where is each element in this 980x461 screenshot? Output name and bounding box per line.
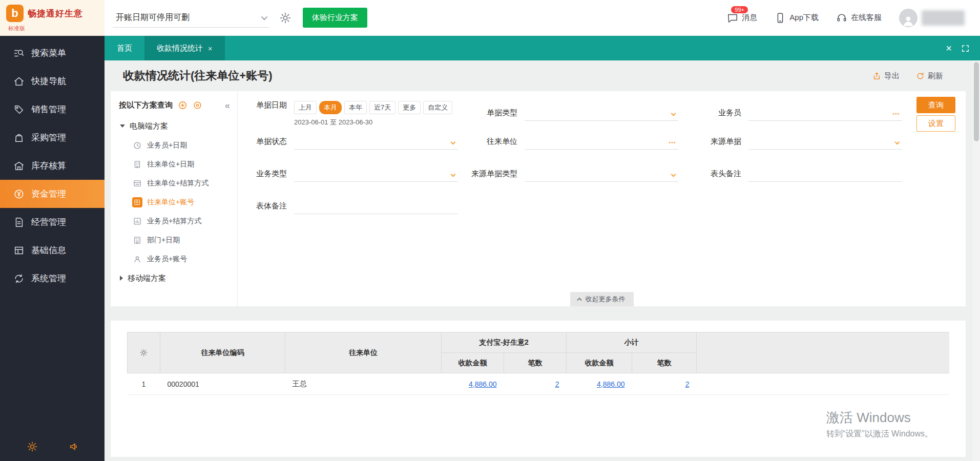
column-header-count[interactable]: 笔数 — [504, 353, 567, 373]
sidebar-item-label: 资金管理 — [31, 188, 66, 200]
brand-name: 畅捷通好生意 — [28, 8, 83, 19]
tree-group-mobile[interactable]: 移动端方案 — [111, 268, 237, 288]
phone-icon — [775, 12, 786, 24]
volume-icon[interactable] — [69, 441, 80, 454]
clock-icon — [132, 140, 142, 151]
scheme-item-salesman-date[interactable]: 业务员+日期 — [111, 136, 237, 155]
message-icon — [727, 12, 738, 24]
scheme-item-department-date[interactable]: 部门+日期 — [111, 230, 237, 249]
scheme-tree: 电脑端方案 业务员+日期 往来单位+日期 往来单位+结算方式 — [111, 116, 237, 288]
settings-button[interactable]: 设置 — [916, 115, 955, 132]
date-option-last7days[interactable]: 近7天 — [369, 101, 395, 114]
sidebar-footer — [0, 434, 105, 461]
sidebar-item-sales[interactable]: 销售管理 — [0, 95, 105, 123]
app-download-link[interactable]: App下载 — [775, 12, 819, 24]
settings-gear-icon[interactable] — [27, 441, 38, 454]
amount-link[interactable]: 4,886.00 — [597, 380, 625, 388]
online-service-link[interactable]: 在线客服 — [836, 12, 882, 24]
partner-picker[interactable]: ⋯ — [525, 134, 678, 150]
date-option-this-month[interactable]: 本月 — [319, 101, 342, 114]
sidebar-item-operations[interactable]: 经营管理 — [0, 208, 105, 236]
collapse-filters-button[interactable]: 收起更多条件 — [570, 292, 634, 306]
brand-logo-icon: b — [6, 5, 24, 22]
date-option-custom[interactable]: 自定义 — [423, 101, 452, 114]
account-grid-icon — [132, 197, 142, 207]
filter-label: 来源单据 — [681, 137, 748, 150]
column-header-count[interactable]: 笔数 — [632, 353, 697, 373]
query-button[interactable]: 查询 — [916, 97, 955, 113]
refresh-button[interactable]: 刷新 — [916, 71, 943, 81]
scheme-item-partner-date[interactable]: 往来单位+日期 — [111, 155, 237, 174]
sidebar-item-purchase[interactable]: 采购管理 — [0, 123, 105, 152]
doc-status-select[interactable] — [294, 134, 458, 150]
close-tab-icon[interactable]: × — [208, 44, 213, 53]
trial-plan-button[interactable]: 体验行业方案 — [303, 8, 367, 28]
account-dropdown[interactable]: 开账日期可停用可删 — [113, 8, 269, 28]
filter-label: 表体备注 — [243, 201, 294, 214]
chevron-down-icon — [671, 111, 676, 116]
amount-link[interactable]: 4,886.00 — [469, 380, 497, 388]
header-note-input[interactable] — [748, 166, 902, 182]
sidebar: b 畅捷通好生意 标准版 搜索菜单 快捷导航 销售管理 采购管理 — [0, 0, 105, 461]
scheme-item-partner-settlement[interactable]: 往来单位+结算方式 — [111, 174, 237, 193]
messages-label: 消息 — [742, 13, 757, 23]
add-scheme-icon[interactable] — [178, 100, 187, 110]
date-option-last-month[interactable]: 上月 — [294, 101, 317, 114]
close-all-tabs-icon[interactable]: × — [946, 43, 952, 53]
sales-tag-icon — [13, 104, 25, 115]
topbar: 开账日期可停用可删 体验行业方案 99+ 消息 App下载 在线客服 — [105, 0, 980, 36]
scheme-item-salesman-account[interactable]: 业务员+账号 — [111, 249, 237, 268]
column-header-amount[interactable]: 收款金额 — [442, 353, 504, 373]
count-link[interactable]: 2 — [685, 380, 690, 388]
scheme-panel-header: 按以下方案查询 « — [111, 91, 237, 116]
filter-source-doc: 来源单据 — [681, 133, 902, 150]
scrollbar-thumb[interactable] — [974, 62, 979, 141]
scheme-item-partner-account[interactable]: 往来单位+账号 — [111, 193, 237, 212]
doc-type-select[interactable] — [525, 106, 678, 121]
sync-arrows-icon — [13, 273, 25, 284]
column-header-partner[interactable]: 往来单位 — [285, 332, 442, 373]
sidebar-item-quick-nav[interactable]: 快捷导航 — [0, 67, 105, 95]
date-range-options: 上月 本月 本年 近7天 更多 自定义 — [294, 101, 458, 114]
online-service-label: 在线客服 — [851, 13, 882, 23]
document-icon — [13, 217, 25, 228]
date-option-this-year[interactable]: 本年 — [344, 101, 367, 114]
chevron-down-icon — [895, 140, 900, 145]
body-note-input[interactable] — [294, 199, 458, 214]
sidebar-item-label: 基础信息 — [31, 244, 66, 256]
sidebar-item-search-menu[interactable]: 搜索菜单 — [0, 39, 105, 67]
filter-label: 单据日期 — [243, 98, 294, 113]
source-doc-type-select[interactable] — [525, 166, 678, 182]
tab-home[interactable]: 首页 — [105, 36, 144, 60]
column-settings-icon[interactable] — [128, 332, 160, 373]
date-option-more[interactable]: 更多 — [398, 101, 421, 114]
user-menu[interactable] — [899, 9, 965, 27]
column-header-filler — [697, 332, 949, 373]
scheme-settings-icon[interactable] — [193, 100, 202, 110]
sidebar-item-inventory[interactable]: 库存核算 — [0, 152, 105, 180]
sidebar-item-system[interactable]: 系统管理 — [0, 264, 105, 292]
vertical-scrollbar[interactable] — [973, 60, 980, 461]
fullscreen-icon[interactable] — [961, 44, 970, 53]
tree-group-pc[interactable]: 电脑端方案 — [111, 116, 237, 136]
messages-link[interactable]: 99+ 消息 — [727, 12, 757, 24]
column-header-code[interactable]: 往来单位编码 — [160, 332, 285, 373]
filter-doc-type: 单据类型 — [455, 104, 678, 121]
source-doc-select[interactable] — [748, 134, 902, 150]
column-header-amount[interactable]: 收款金额 — [567, 353, 632, 373]
chevron-down-icon — [261, 13, 268, 20]
biz-type-select[interactable] — [294, 166, 458, 182]
export-button[interactable]: 导出 — [872, 71, 900, 81]
gear-icon[interactable] — [279, 12, 291, 24]
filter-body-note: 表体备注 — [243, 198, 458, 214]
sidebar-item-label: 经营管理 — [31, 216, 66, 228]
tab-receipt-statistics[interactable]: 收款情况统计 × — [144, 36, 225, 60]
sidebar-item-funds[interactable]: 资金管理 — [0, 180, 105, 208]
sidebar-item-base-info[interactable]: 基础信息 — [0, 236, 105, 264]
scheme-item-salesman-settlement[interactable]: 业务员+结算方式 — [111, 212, 237, 230]
table-row: 1 00020001 王总 4,886.00 2 4,886.00 2 — [128, 373, 950, 395]
count-link[interactable]: 2 — [555, 380, 559, 388]
collapse-panel-icon[interactable]: « — [225, 101, 230, 110]
filter-label: 往来单位 — [455, 137, 525, 150]
salesman-picker[interactable]: ⋯ — [748, 106, 902, 121]
